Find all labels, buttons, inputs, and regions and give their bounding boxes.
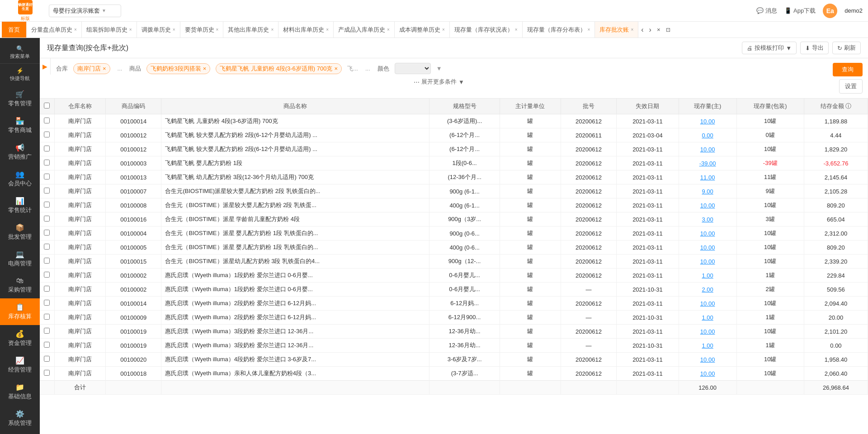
tab-close-all-btn[interactable]: × [654, 26, 663, 33]
sidebar-item-system[interactable]: ⚙️ 系统管理 [0, 405, 40, 432]
row-stock-main[interactable]: 10.00 [679, 226, 736, 241]
expand-more-conditions[interactable]: ⋯ 展开更多条件 ▼ [56, 78, 822, 86]
row-checkbox[interactable] [44, 328, 50, 334]
row-checkbox[interactable] [44, 160, 50, 165]
tab-close-icon[interactable]: × [515, 27, 518, 32]
row-stock-main[interactable]: 10.00 [679, 241, 736, 255]
row-no[interactable] [40, 226, 54, 241]
tab-close-icon[interactable]: × [74, 27, 77, 32]
tab-close-icon[interactable]: × [442, 27, 445, 32]
row-stock-main[interactable]: 10.00 [679, 198, 736, 212]
tab-close-icon[interactable]: × [387, 27, 390, 32]
filter-expand-toggle[interactable]: ▶ [40, 58, 51, 75]
row-no[interactable] [40, 114, 54, 128]
tab-maximize-btn[interactable]: ⊡ [663, 27, 673, 33]
tab-close-icon[interactable]: × [129, 27, 132, 32]
tab-close-icon[interactable]: × [326, 27, 329, 32]
row-no[interactable] [40, 269, 54, 283]
tab-stock-dist[interactable]: 现存量（库存分布表） × [523, 22, 595, 38]
col-checkbox[interactable] [40, 99, 54, 114]
sidebar-item-ecommerce[interactable]: 💻 电商管理 [0, 245, 40, 272]
color-filter-select[interactable] [395, 63, 431, 74]
row-stock-main[interactable]: 1.00 [679, 339, 736, 353]
row-checkbox[interactable] [44, 370, 50, 376]
tab-next-btn[interactable]: › [646, 26, 654, 34]
tab-cost-adjust[interactable]: 成本调整单历史 × [395, 22, 450, 38]
export-button[interactable]: ⬇ 导出 [800, 42, 829, 54]
row-no[interactable] [40, 212, 54, 226]
tab-home[interactable]: 首页 [2, 22, 27, 38]
row-no[interactable] [40, 170, 54, 184]
sidebar-item-purchase[interactable]: 🛍 采购管理 [0, 272, 40, 298]
warehouse-filter-more[interactable]: ... [118, 65, 123, 72]
row-checkbox[interactable] [44, 202, 50, 208]
row-checkbox[interactable] [44, 174, 50, 179]
row-no[interactable] [40, 198, 54, 212]
row-checkbox[interactable] [44, 118, 50, 123]
row-checkbox[interactable] [44, 132, 50, 137]
sidebar-item-retail-stat[interactable]: 📊 零售统计 [0, 192, 40, 219]
user-avatar[interactable]: Ea [823, 4, 837, 18]
row-no[interactable] [40, 142, 54, 156]
setting-button[interactable]: 设置 [839, 79, 863, 94]
query-button[interactable]: 查询 [833, 63, 863, 76]
row-no[interactable] [40, 367, 54, 381]
row-stock-main[interactable]: 10.00 [679, 142, 736, 156]
tab-requisition[interactable]: 调拨单历史 × [137, 22, 180, 38]
row-stock-main[interactable]: 1.00 [679, 269, 736, 283]
row-stock-main[interactable]: 10.00 [679, 114, 736, 128]
row-stock-main[interactable]: 2.00 [679, 283, 736, 297]
row-stock-main[interactable]: 11.00 [679, 170, 736, 184]
tab-inventory-history[interactable]: 分量盘点单历史 × [27, 22, 82, 38]
sidebar-item-enterprise[interactable]: 🤝 企业协同 [0, 432, 40, 434]
product-tag-1-close[interactable]: × [203, 65, 207, 72]
tab-close-icon[interactable]: × [216, 27, 219, 32]
sidebar-item-inventory[interactable]: 📋 库存核算 [0, 298, 40, 325]
row-stock-main[interactable]: 10.00 [679, 353, 736, 367]
product-tag-2-close[interactable]: × [334, 65, 338, 72]
sidebar-item-member[interactable]: 👥 会员中心 [0, 165, 40, 192]
row-stock-main[interactable]: 10.00 [679, 297, 736, 311]
row-checkbox[interactable] [44, 258, 50, 264]
row-checkbox[interactable] [44, 342, 50, 348]
row-checkbox[interactable] [44, 188, 50, 193]
row-no[interactable] [40, 325, 54, 339]
row-stock-main[interactable]: 3.00 [679, 212, 736, 226]
row-no[interactable] [40, 255, 54, 269]
row-checkbox[interactable] [44, 244, 50, 250]
row-no[interactable] [40, 339, 54, 353]
sidebar-item-marketing[interactable]: 📢 营销推广 [0, 139, 40, 165]
message-button[interactable]: 💬 消息 [756, 7, 777, 15]
tab-other-out[interactable]: 其他出库单历史 × [223, 22, 278, 38]
row-checkbox[interactable] [44, 272, 50, 278]
row-checkbox[interactable] [44, 286, 50, 292]
tab-close-icon[interactable]: × [173, 27, 175, 32]
row-no[interactable] [40, 283, 54, 297]
template-print-button[interactable]: 🖨 按模板打印 ▼ [742, 42, 797, 54]
sidebar-item-base[interactable]: 📁 基础信息 [0, 378, 40, 405]
warehouse-tag-close[interactable]: × [103, 65, 106, 72]
row-checkbox[interactable] [44, 300, 50, 306]
sidebar-search[interactable]: 🔍 搜索菜单 [0, 42, 40, 64]
row-stock-main[interactable]: 10.00 [679, 255, 736, 269]
product-filter-dots[interactable]: ... [365, 65, 370, 72]
tab-close-icon[interactable]: × [271, 27, 274, 32]
sidebar-item-finance[interactable]: 💰 资金管理 [0, 325, 40, 352]
app-download-button[interactable]: 📱 App下载 [784, 7, 816, 15]
product-filter-tag-1[interactable]: 飞鹤奶粉3段丙搭装 × [146, 63, 210, 74]
row-no[interactable] [40, 128, 54, 142]
sidebar-item-retail-store[interactable]: 🏪 零售商城 [0, 112, 40, 139]
row-stock-main[interactable]: -39.00 [679, 156, 736, 170]
refresh-button[interactable]: ↻ 刷新 [832, 42, 861, 54]
row-stock-main[interactable]: 0.00 [679, 128, 736, 142]
row-no[interactable] [40, 297, 54, 311]
select-all-checkbox[interactable] [44, 103, 50, 108]
color-dropdown-icon[interactable]: ▼ [436, 65, 442, 72]
store-selector[interactable]: 母婴行业演示账套 ▼ [49, 5, 121, 17]
row-no[interactable] [40, 156, 54, 170]
row-no[interactable] [40, 241, 54, 255]
row-stock-main[interactable]: 10.00 [679, 325, 736, 339]
sidebar-item-wholesale[interactable]: 📦 批发管理 [0, 219, 40, 245]
tab-prev-btn[interactable]: ‹ [638, 26, 646, 34]
product-filter-more[interactable]: 飞... [347, 65, 358, 73]
